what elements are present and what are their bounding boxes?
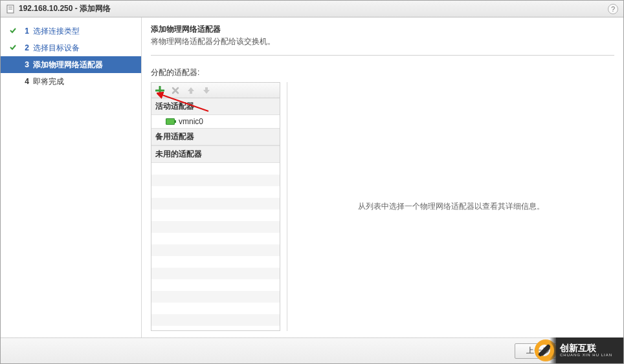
arrow-down-icon — [202, 86, 211, 95]
check-icon — [8, 43, 17, 53]
wizard-footer: 上一步 下一步 — [1, 337, 623, 363]
adapter-name: vmnic0 — [179, 117, 203, 126]
step-label: 选择目标设备 — [33, 43, 80, 54]
add-adapter-button[interactable] — [154, 85, 166, 96]
step-number: 1 — [21, 27, 29, 36]
svg-rect-1 — [8, 6, 12, 8]
adapters-toolbar — [151, 82, 280, 98]
remove-adapter-button[interactable] — [170, 85, 181, 96]
move-down-button[interactable] — [201, 85, 212, 96]
adapters-list-column: 活动适配器 vmnic0 备用适配器 未用的适配器 — [151, 82, 280, 331]
wizard-window: 192.168.10.250 - 添加网络 ? 1 选择连接类型 2 选择目标设… — [0, 0, 624, 364]
next-button[interactable]: 下一步 — [568, 343, 614, 359]
wizard-steps-sidebar: 1 选择连接类型 2 选择目标设备 3 添加物理网络适配器 4 即将完成 — [1, 17, 142, 337]
step-label: 即将完成 — [33, 76, 64, 87]
step-4[interactable]: 4 即将完成 — [1, 73, 141, 90]
svg-rect-2 — [8, 8, 12, 10]
nic-icon — [166, 118, 175, 125]
adapters-listbox[interactable]: 活动适配器 vmnic0 备用适配器 未用的适配器 — [151, 98, 280, 331]
step-1[interactable]: 1 选择连接类型 — [1, 23, 141, 39]
adapter-item[interactable]: vmnic0 — [151, 115, 280, 128]
group-active-adapters: 活动适配器 — [151, 98, 280, 115]
step-label: 添加物理网络适配器 — [33, 59, 103, 70]
check-icon — [8, 27, 17, 36]
group-standby-adapters: 备用适配器 — [151, 128, 280, 145]
step-number: 3 — [21, 60, 29, 69]
back-button[interactable]: 上一步 — [515, 343, 561, 359]
assigned-adapters-label: 分配的适配器: — [151, 67, 614, 78]
page-heading: 添加物理网络适配器 — [151, 24, 614, 35]
add-icon — [155, 86, 164, 95]
adapters-two-column: 活动适配器 vmnic0 备用适配器 未用的适配器 从列表中 — [151, 82, 614, 331]
window-title: 192.168.10.250 - 添加网络 — [19, 3, 111, 14]
adapter-detail-panel: 从列表中选择一个物理网络适配器以查看其详细信息。 — [287, 82, 614, 331]
help-button[interactable]: ? — [608, 4, 618, 14]
page-subheading: 将物理网络适配器分配给该交换机。 — [151, 36, 614, 47]
wizard-body: 1 选择连接类型 2 选择目标设备 3 添加物理网络适配器 4 即将完成 添加物… — [1, 17, 623, 337]
group-unused-adapters: 未用的适配器 — [151, 145, 280, 163]
titlebar: 192.168.10.250 - 添加网络 ? — [1, 1, 623, 17]
step-3[interactable]: 3 添加物理网络适配器 — [1, 56, 141, 73]
step-label: 选择连接类型 — [33, 26, 80, 37]
step-number: 4 — [21, 77, 29, 86]
divider — [151, 55, 614, 56]
move-up-button[interactable] — [185, 85, 197, 96]
step-2[interactable]: 2 选择目标设备 — [1, 39, 141, 56]
step-number: 2 — [21, 43, 29, 52]
remove-icon — [171, 86, 180, 95]
arrow-up-icon — [186, 86, 195, 95]
wizard-content: 添加物理网络适配器 将物理网络适配器分配给该交换机。 分配的适配器: — [142, 17, 623, 337]
detail-placeholder: 从列表中选择一个物理网络适配器以查看其详细信息。 — [358, 201, 544, 212]
host-icon — [6, 5, 15, 14]
